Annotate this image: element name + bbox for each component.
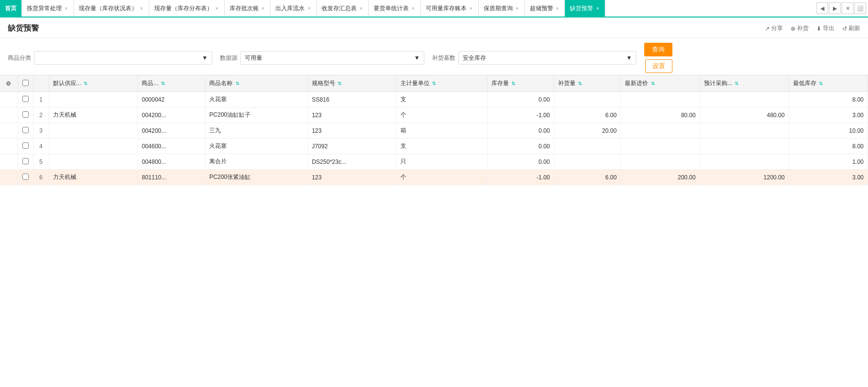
select-all-checkbox[interactable] — [22, 80, 29, 86]
row-code-0: 0000042 — [138, 92, 205, 107]
row-checkbox-0[interactable] — [18, 92, 33, 107]
col-header-product-code[interactable]: 商品... ⇅ — [138, 75, 205, 92]
settings-button[interactable]: 设置 — [645, 59, 672, 73]
export-button[interactable]: ⬇ 导出 — [816, 24, 834, 33]
share-icon: ↗ — [765, 25, 770, 32]
row-price-1: 80.00 — [621, 107, 700, 123]
tab-batch-account[interactable]: 库存批次账 × — [225, 0, 271, 17]
replenish-button[interactable]: ⊕ 补货 — [791, 24, 809, 33]
tab-inventory-dist[interactable]: 现存量（库存分布表） × — [149, 0, 225, 17]
row-minstock-3: 8.00 — [789, 139, 868, 154]
row-price-5: 200.00 — [621, 170, 700, 185]
row-name-4: 离合片 — [205, 154, 308, 170]
row-name-0: 火花塞 — [205, 92, 308, 107]
tab-shortage[interactable]: 缺货预警 × — [565, 0, 605, 17]
tab-expiry-query[interactable]: 保质期查询 × — [479, 0, 525, 17]
query-button[interactable]: 查询 — [644, 43, 672, 56]
close-tab-shortage[interactable]: × — [595, 6, 600, 11]
row-spec-2: 123 — [307, 123, 396, 139]
tab-home[interactable]: 首页 — [0, 0, 22, 17]
row-checkbox-3[interactable] — [18, 139, 33, 154]
filter-datasource: 数据源 可用量 ▼ — [220, 51, 424, 65]
sort-replenish-icon: ⇅ — [578, 81, 582, 86]
close-tab-expiry-query[interactable]: × — [515, 6, 520, 11]
row-checkbox-4[interactable] — [18, 154, 33, 170]
close-tab-receive-summary[interactable]: × — [359, 6, 363, 11]
filter-buttons: 查询 设置 — [644, 43, 672, 73]
col-header-spec[interactable]: 规格型号 ⇅ — [307, 75, 396, 92]
tab-abnormal[interactable]: 拣货异常处理 × — [22, 0, 74, 17]
col-header-est-purchase[interactable]: 预计采购... ⇅ — [700, 75, 789, 92]
filter-replenish-select[interactable]: 安全库存 ▼ — [458, 51, 636, 65]
sort-unit-icon: ⇅ — [432, 81, 436, 86]
row-unit-5: 个 — [396, 170, 487, 185]
filter-datasource-select[interactable]: 可用量 ▼ — [240, 51, 424, 65]
tab-inout-flow[interactable]: 出入库流水 × — [271, 0, 317, 17]
filter-datasource-label: 数据源 — [220, 54, 237, 62]
top-nav: 首页 拣货异常处理 × 现存量（库存状况表） × 现存量（库存分布表） × 库存… — [0, 0, 868, 18]
row-check-2[interactable] — [22, 127, 29, 133]
row-check-3[interactable] — [22, 142, 29, 149]
row-price-0 — [621, 92, 700, 107]
close-tab-abnormal[interactable]: × — [64, 6, 69, 11]
row-checkbox-2[interactable] — [18, 123, 33, 139]
filter-category-arrow: ▼ — [202, 54, 208, 61]
row-supplier-2 — [49, 123, 138, 139]
row-settings-5 — [0, 170, 18, 185]
col-header-replenish-qty[interactable]: 补货量 ⇅ — [554, 75, 621, 92]
sort-minstock-icon: ⇅ — [819, 81, 823, 86]
tab-receive-summary[interactable]: 收发存汇总表 × — [317, 0, 369, 17]
row-check-1[interactable] — [22, 111, 29, 118]
row-est-3 — [700, 139, 789, 154]
tab-inventory-status[interactable]: 现存量（库存状况表） × — [74, 0, 149, 17]
close-tab-inventory-dist[interactable]: × — [215, 6, 219, 11]
col-header-supplier[interactable]: 默认供应... ⇅ — [49, 75, 138, 92]
nav-close-btn[interactable]: ✕ — [842, 2, 853, 14]
refresh-button[interactable]: ↺ 刷新 — [842, 24, 860, 33]
row-check-5[interactable] — [22, 174, 29, 180]
filter-datasource-arrow: ▼ — [414, 54, 420, 61]
tab-overstock[interactable]: 超储预警 × — [525, 0, 565, 17]
row-settings-2 — [0, 123, 18, 139]
row-stock-0: 0.00 — [487, 92, 554, 107]
share-button[interactable]: ↗ 分享 — [765, 24, 783, 33]
tab-available-ledger[interactable]: 可用量库存账本 × — [421, 0, 479, 17]
col-header-latest-price[interactable]: 最新进价 ⇅ — [621, 75, 700, 92]
col-header-product-name[interactable]: 商品名称 ⇅ — [205, 75, 308, 92]
filter-category-select[interactable]: ▼ — [34, 51, 212, 65]
row-supplier-5: 力天机械 — [49, 170, 138, 185]
row-checkbox-1[interactable] — [18, 107, 33, 123]
nav-controls: ◀ ▶ ✕ ⬜ — [816, 2, 868, 14]
row-check-4[interactable] — [22, 158, 29, 164]
row-index-4: 5 — [33, 154, 49, 170]
row-index-1: 2 — [33, 107, 49, 123]
row-name-2: 三九 — [205, 123, 308, 139]
tab-order-stats[interactable]: 要货单统计表 × — [369, 0, 421, 17]
close-tab-inout-flow[interactable]: × — [307, 6, 311, 11]
row-supplier-3 — [49, 139, 138, 154]
row-replenish-3 — [554, 139, 621, 154]
nav-next-btn[interactable]: ▶ — [829, 2, 841, 14]
col-header-stock[interactable]: 库存量 ⇅ — [487, 75, 554, 92]
col-header-checkbox[interactable] — [18, 75, 33, 92]
close-tab-inventory-status[interactable]: × — [139, 6, 144, 11]
refresh-icon: ↺ — [842, 25, 847, 32]
filter-replenish-label: 补货基数 — [432, 54, 455, 62]
col-header-settings[interactable]: ⚙ — [0, 75, 18, 92]
row-checkbox-5[interactable] — [18, 170, 33, 185]
close-tab-overstock[interactable]: × — [555, 6, 560, 11]
close-tab-batch-account[interactable]: × — [261, 6, 266, 11]
nav-prev-btn[interactable]: ◀ — [816, 2, 828, 14]
row-spec-1: 123 — [307, 107, 396, 123]
row-supplier-4 — [49, 154, 138, 170]
col-header-unit[interactable]: 主计量单位 ⇅ — [396, 75, 487, 92]
col-header-min-stock[interactable]: 最低库存 ⇅ — [789, 75, 868, 92]
nav-expand-btn[interactable]: ⬜ — [854, 2, 866, 14]
row-check-0[interactable] — [22, 96, 29, 102]
close-tab-order-stats[interactable]: × — [411, 6, 416, 11]
row-supplier-1: 力天机械 — [49, 107, 138, 123]
row-code-4: 004800... — [138, 154, 205, 170]
row-index-0: 1 — [33, 92, 49, 107]
close-tab-available-ledger[interactable]: × — [469, 6, 473, 11]
table-row: 5 004800... 离合片 DS250*23c... 只 0.00 1.00 — [0, 154, 868, 170]
